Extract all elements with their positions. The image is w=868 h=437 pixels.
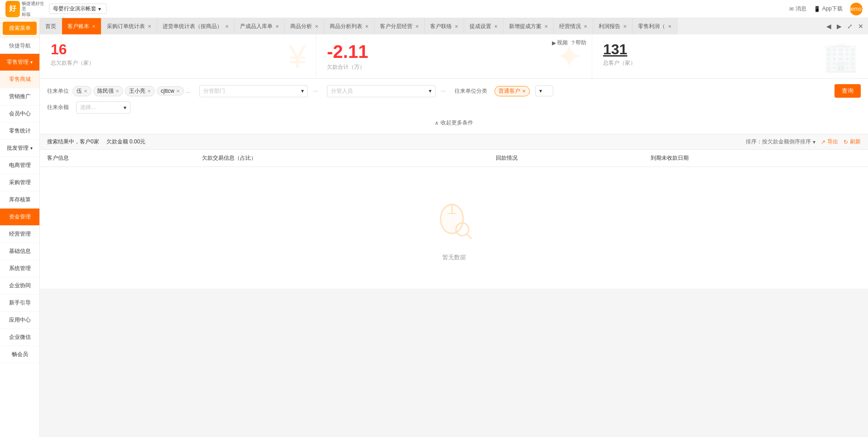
tab-controls: ◀ ▶ ⤢ ✕ xyxy=(825,23,868,30)
query-button[interactable]: 查询 xyxy=(834,84,861,98)
tab-customer-tier[interactable]: 客户分层经营 ✕ xyxy=(374,18,425,34)
search-menu-button[interactable]: 搜索菜单 xyxy=(3,22,37,35)
sidebar-item-operations-label: 经营管理 xyxy=(9,230,31,238)
sidebar-item-enterprise-label: 企业协同 xyxy=(9,282,31,290)
tab-product-analysis-list-close[interactable]: ✕ xyxy=(365,24,369,29)
help-button[interactable]: ? 帮助 xyxy=(571,39,586,47)
tab-inbound-stat-close[interactable]: ✕ xyxy=(225,24,229,29)
unit-tag-chen-remove[interactable]: ✕ xyxy=(115,89,119,94)
tab-inbound-stat-label: 进货单统计表（按商品） xyxy=(163,23,222,30)
tab-product-analysis-list-label: 商品分析列表 xyxy=(330,23,362,30)
sidebar-item-system-label: 系统管理 xyxy=(9,265,31,272)
tab-customer-contact-close[interactable]: ✕ xyxy=(455,24,458,29)
tab-customer-tier-close[interactable]: ✕ xyxy=(415,24,419,29)
tab-product-analysis-list[interactable]: 商品分析列表 ✕ xyxy=(324,18,374,34)
tab-product-inbound-close[interactable]: ✕ xyxy=(275,24,279,29)
sidebar-item-finance[interactable]: 资金管理 xyxy=(0,209,39,226)
tab-retail-profit-close[interactable]: ✕ xyxy=(668,24,671,29)
sidebar-item-inventory[interactable]: 库存核算 xyxy=(0,191,39,209)
sidebar-item-ecommerce[interactable]: 电商管理 xyxy=(0,157,39,174)
dept-filter-more[interactable]: ··· xyxy=(313,88,318,94)
unit-tag-wang-remove[interactable]: ✕ xyxy=(147,89,151,94)
tab-next-button[interactable]: ▶ xyxy=(835,23,844,30)
tab-inbound-stat[interactable]: 进货单统计表（按商品） ✕ xyxy=(157,18,235,34)
tab-home[interactable]: 首页 xyxy=(40,18,62,34)
sidebar-item-operations[interactable]: 经营管理 xyxy=(0,226,39,243)
sidebar-item-wholesale-arrow: ▾ xyxy=(30,146,33,151)
sidebar-item-newbie[interactable]: 新手引导 xyxy=(0,294,39,312)
tab-customer-book-close[interactable]: ✕ xyxy=(92,24,96,29)
tab-customer-book-label: 客户账本 xyxy=(67,23,89,30)
tab-home-label: 首页 xyxy=(45,23,56,30)
tab-new-promo[interactable]: 新增提成方案 ✕ xyxy=(504,18,554,34)
unit-tag-wu-label: 伍 xyxy=(77,87,82,95)
username: demo2 xyxy=(848,6,865,12)
tab-product-inbound[interactable]: 产成品入库单 ✕ xyxy=(235,18,285,34)
message-button[interactable]: ✉ 消息 xyxy=(789,5,806,13)
tab-customer-book[interactable]: 客户账本 ✕ xyxy=(62,18,101,34)
sidebar-item-marketing[interactable]: 营销推广 xyxy=(0,88,39,105)
results-bar: 搜索结果中，客户0家 欠款金额 0.00元 排序：按欠款金额倒序排序 ▾ ↗ 导… xyxy=(40,134,868,150)
person-filter-more[interactable]: ··· xyxy=(441,88,446,94)
balance-filter-select[interactable]: 选择... ▾ xyxy=(76,101,130,114)
video-help-button[interactable]: ▶ 视频 xyxy=(552,39,568,47)
unit-type-dropdown[interactable]: ▾ xyxy=(535,86,553,96)
app-download-button[interactable]: 📱 App下载 xyxy=(814,5,843,13)
top-bar: 好 畅捷通好生意 标版 母婴行业演示帐套 ▾ ✉ 消息 📱 App下载 demo… xyxy=(0,0,868,18)
tab-customer-contact[interactable]: 客户联络 ✕ xyxy=(425,18,464,34)
person-filter-select[interactable]: 分管人员 ▾ xyxy=(327,85,436,97)
sidebar-item-basics[interactable]: 基础信息 xyxy=(0,243,39,260)
tab-profit-report-close[interactable]: ✕ xyxy=(623,24,627,29)
tab-close-all-button[interactable]: ✕ xyxy=(856,23,865,30)
tab-purchase-order-label: 采购订单统计表 xyxy=(107,23,145,30)
sidebar-item-wechat[interactable]: 企业微信 xyxy=(0,329,39,346)
table-header-debt-info: 欠款交易信息（占比） xyxy=(195,150,489,167)
sidebar-item-app-center[interactable]: 应用中心 xyxy=(0,312,39,329)
sidebar-item-wechat-label: 企业微信 xyxy=(9,333,31,341)
sort-button[interactable]: 排序：按欠款金额倒序排序 ▾ xyxy=(746,138,815,146)
tab-promotion-settings-close[interactable]: ✕ xyxy=(494,24,498,29)
tab-operations-close[interactable]: ✕ xyxy=(584,24,587,29)
sidebar-item-retail-label: 零售管理 xyxy=(7,58,29,66)
refresh-button[interactable]: ↻ 刷新 xyxy=(844,138,861,146)
collapse-button[interactable]: ∧ 收起更多条件 xyxy=(47,117,861,128)
main-layout: 搜索菜单 快捷导航 零售管理 ▾ 零售商城 营销推广 会员中心 零售统计 批发管… xyxy=(0,18,868,437)
sidebar-item-retail[interactable]: 零售管理 ▾ xyxy=(0,54,39,71)
sidebar-search-area[interactable]: 搜索菜单 xyxy=(0,18,39,38)
help-label: 帮助 xyxy=(575,39,586,47)
sidebar-item-vip[interactable]: 畅会员 xyxy=(0,346,39,363)
tab-product-analysis-close[interactable]: ✕ xyxy=(315,24,318,29)
tab-retail-profit[interactable]: 零售利润（ ✕ xyxy=(633,18,677,34)
sidebar-item-member[interactable]: 会员中心 xyxy=(0,105,39,123)
tab-product-analysis[interactable]: 商品分析 ✕ xyxy=(285,18,324,34)
org-selector[interactable]: 母婴行业演示帐套 ▾ xyxy=(49,4,107,14)
quick-nav-button[interactable]: 快捷导航 xyxy=(0,38,39,54)
sidebar-item-retail-stat[interactable]: 零售统计 xyxy=(0,123,39,140)
unit-tag-cjttcw-remove[interactable]: ✕ xyxy=(176,89,180,94)
avatar[interactable]: demo2 xyxy=(850,3,863,15)
tab-purchase-order-close[interactable]: ✕ xyxy=(148,24,151,29)
tab-prev-button[interactable]: ◀ xyxy=(825,23,833,30)
unit-filter-more[interactable]: ... xyxy=(186,88,190,94)
unit-tag-wu-remove[interactable]: ✕ xyxy=(84,89,87,94)
stat-label-total: 总客户（家） xyxy=(603,59,636,67)
sidebar-item-retail-mall[interactable]: 零售商城 xyxy=(0,71,39,88)
unit-tag-wang: 王小亮 ✕ xyxy=(125,86,155,96)
sidebar-item-system[interactable]: 系统管理 xyxy=(0,260,39,277)
empty-text: 暂无数据 xyxy=(442,253,466,261)
sidebar-item-wholesale[interactable]: 批发管理 ▾ xyxy=(0,140,39,157)
tab-profit-report[interactable]: 利润报告 ✕ xyxy=(593,18,633,34)
tab-purchase-order[interactable]: 采购订单统计表 ✕ xyxy=(101,18,157,34)
sidebar-item-purchase[interactable]: 采购管理 xyxy=(0,174,39,191)
tab-promotion-settings[interactable]: 提成设置 ✕ xyxy=(464,18,504,34)
tab-profit-report-label: 利润报告 xyxy=(599,23,620,30)
sidebar-item-enterprise[interactable]: 企业协同 xyxy=(0,277,39,294)
filter-area: 往来单位 伍 ✕ 陈民强 ✕ 王小亮 xyxy=(40,79,868,134)
balance-dropdown-icon: ▾ xyxy=(124,104,126,111)
tab-new-promo-close[interactable]: ✕ xyxy=(544,24,548,29)
unit-type-tag-remove[interactable]: ✕ xyxy=(522,89,526,94)
dept-filter-select[interactable]: 分管部门 ▾ xyxy=(199,85,308,97)
tab-expand-button[interactable]: ⤢ xyxy=(845,23,854,30)
tab-operations[interactable]: 经营情况 ✕ xyxy=(554,18,593,34)
export-button[interactable]: ↗ 导出 xyxy=(821,138,838,146)
